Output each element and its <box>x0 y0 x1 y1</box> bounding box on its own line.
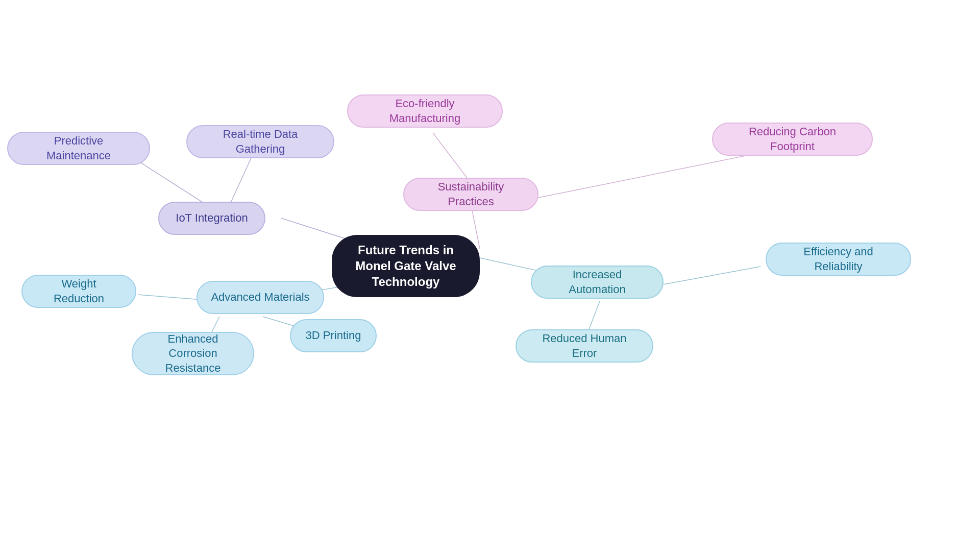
carbon-node: Reducing Carbon Footprint <box>712 123 873 156</box>
svg-line-4 <box>433 133 470 181</box>
svg-line-8 <box>588 301 600 332</box>
automation-node: Increased Automation <box>531 266 664 299</box>
efficiency-label: Efficiency and Reliability <box>779 245 898 274</box>
advanced-node: Advanced Materials <box>197 281 324 314</box>
svg-line-10 <box>138 295 202 300</box>
iot-label: IoT Integration <box>176 211 248 226</box>
sustainability-node: Sustainability Practices <box>403 178 538 211</box>
realtime-label: Real-time Data Gathering <box>200 127 321 156</box>
enhanced-node: Enhanced Corrosion Resistance <box>132 332 254 375</box>
iot-node: IoT Integration <box>158 202 265 235</box>
center-label: Future Trends in Monel Gate Valve Techno… <box>344 242 468 290</box>
center-node: Future Trends in Monel Gate Valve Techno… <box>332 235 480 297</box>
carbon-label: Reducing Carbon Footprint <box>725 125 860 154</box>
svg-line-7 <box>664 267 761 284</box>
enhanced-label: Enhanced Corrosion Resistance <box>145 332 241 376</box>
automation-label: Increased Automation <box>544 268 650 297</box>
ecofriendly-node: Eco-friendly Manufacturing <box>347 94 503 128</box>
weight-node: Weight Reduction <box>21 275 136 308</box>
humanerror-node: Reduced Human Error <box>516 329 653 363</box>
advanced-label: Advanced Materials <box>211 290 309 305</box>
humanerror-label: Reduced Human Error <box>529 331 640 360</box>
predictive-node: Predictive Maintenance <box>7 132 150 165</box>
ecofriendly-label: Eco-friendly Manufacturing <box>360 97 489 126</box>
sustainability-label: Sustainability Practices <box>416 180 525 209</box>
printing-label: 3D Printing <box>306 328 361 343</box>
efficiency-node: Efficiency and Reliability <box>766 243 911 276</box>
printing-node: 3D Printing <box>290 319 377 352</box>
weight-label: Weight Reduction <box>35 277 123 306</box>
predictive-label: Predictive Maintenance <box>20 134 137 163</box>
realtime-node: Real-time Data Gathering <box>186 125 334 158</box>
